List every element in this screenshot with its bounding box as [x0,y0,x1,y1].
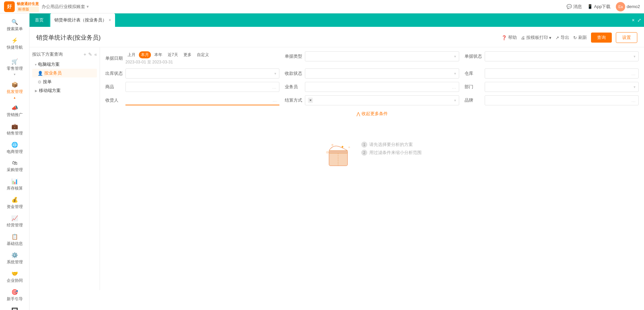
industry-selector[interactable]: 办公用品行业模拟账套 ▾ [42,4,89,10]
tip-num-1: 1 [361,142,367,148]
help-button[interactable]: ❓ 帮助 [501,35,517,41]
sidebar-item-label: 企业协同 [7,278,23,283]
receipt-status-field: 收款状态 ▾ [285,68,459,79]
purchase-icon: 🛍 [12,160,17,166]
download-icon: 📱 [587,4,593,9]
sidebar-item-label: 库存核算 [7,186,23,191]
brand-input[interactable]: … [485,95,639,105]
out-status-select[interactable]: ▾ [125,68,279,79]
sidebar-item-operation[interactable]: 📈 经营管理 [0,212,29,231]
settlement-label: 结算方式 [285,97,305,103]
dots-icon: … [631,98,636,103]
logo: 好 畅捷通好生意 标准版 [4,1,39,12]
sidebar-item-marketing[interactable]: 📣 营销推广 [0,102,29,120]
sidebar-item-newbie[interactable]: 🎯 新手引导 [0,286,29,305]
date-tab-last-month[interactable]: 上月 [125,51,138,58]
sidebar-item-ecommerce[interactable]: 🌐 电商管理 [0,139,29,157]
warehouse-input[interactable]: … [485,68,639,79]
chevron-down-icon: ▾ [634,85,636,89]
app-download-button[interactable]: 📱 App下载 [587,4,610,10]
receipt-status-select[interactable]: ▾ [305,68,459,79]
tree-group-mobile[interactable]: ▶ 移动端方案 [32,86,97,95]
sidebar-item-sales[interactable]: 💼 销售管理 [0,120,29,139]
collapse-arrow-icon: ⋀ [357,111,360,116]
add-scheme-button[interactable]: + [84,52,86,57]
search-icon: 🔍 [11,19,18,25]
salesperson-input[interactable]: … [305,82,459,92]
date-tab-custom[interactable]: 自定义 [195,51,211,58]
sidebar-item-wholesale[interactable]: 📦 批发管理 ▴ [0,79,29,102]
out-status-label: 出库状态 [105,70,125,76]
cooperation-icon: 🤝 [11,270,18,277]
settlement-select[interactable]: × ▾ [305,95,459,105]
user-avatar[interactable]: Ea demo2 [616,2,640,11]
message-button[interactable]: 💬 消息 [567,4,582,10]
settings-button[interactable]: 设置 [616,32,637,43]
consignee-input[interactable]: … [125,95,279,105]
doc-type-select[interactable]: ▾ [305,51,459,61]
expand-icon: ▴ [14,96,15,99]
inventory-icon: 📊 [11,178,18,185]
doc-type-label: 单据类型 [285,53,305,59]
date-tab-this-year[interactable]: 本年 [152,51,164,58]
out-status-field: 出库状态 ▾ [105,68,279,79]
date-tab-7days[interactable]: 近7天 [166,51,180,58]
tab-label: 销货单统计表（按业务员） [54,17,107,23]
print-button[interactable]: 🖨 按模板打印 ▾ [521,35,551,41]
sidebar-item-label: 采购管理 [7,167,23,173]
dept-select[interactable]: ▾ [485,82,639,92]
sidebar-item-retail[interactable]: 🛒 零售管理 ▾ [0,56,29,79]
export-button[interactable]: ↗ 导出 [555,35,569,41]
sidebar-item-inventory[interactable]: 📊 库存核算 [0,175,29,194]
query-button[interactable]: 查询 [591,33,612,43]
finance-icon: 💰 [11,197,18,203]
order-icon: ⚙ [38,80,42,85]
empty-tips: 1 请先选择要分析的方案 2 用过滤条件来缩小分析范围 [361,139,422,156]
goods-label: 商品 [105,84,125,90]
edit-scheme-button[interactable]: ✎ [88,52,92,57]
tab-maximize-button[interactable]: ⤢ [637,17,641,23]
date-tab-more[interactable]: 更多 [181,51,194,58]
warehouse-field: 仓库 … [465,68,639,79]
tree-item-by-salesperson[interactable]: 👤 按业务员 [32,69,97,78]
collapse-label: 收起更多条件 [362,111,388,117]
doc-status-select[interactable]: ▾ [485,51,639,61]
date-tab-this-month[interactable]: 本月 [139,51,151,58]
message-icon: 💬 [567,4,572,9]
tab-bar: 首页 销货单统计表（按业务员） × × ⤢ [30,13,644,27]
header-actions: ❓ 帮助 🖨 按模板打印 ▾ ↗ 导出 ↻ [501,32,637,43]
collapse-filter-button[interactable]: ⋀ 收起更多条件 [105,109,639,119]
sidebar-item-purchase[interactable]: 🛍 采购管理 [0,157,29,175]
tree-item-by-order[interactable]: ⚙ 按单 [32,78,97,86]
sidebar-item-cooperation[interactable]: 🤝 企业协同 [0,268,29,286]
marketing-icon: 📣 [11,105,18,111]
help-icon: ❓ [501,35,507,40]
left-panel-icons: + ✎ « [84,52,97,57]
goods-input[interactable]: … [125,82,279,92]
tab-home[interactable]: 首页 [30,13,49,27]
sidebar-item-appstore[interactable]: 🔲 应用中心 [0,305,29,310]
tip-text-2: 用过滤条件来缩小分析范围 [369,150,422,156]
logo-text: 畅捷通好生意 标准版 [17,1,39,12]
sidebar: 🔍 搜索菜单 ⚡ 快捷导航 🛒 零售管理 ▾ 📦 批发管理 ▴ 📣 营销推广 [0,13,30,310]
tab-close-all-button[interactable]: × [632,17,635,23]
sidebar-item-search[interactable]: 🔍 搜索菜单 [0,16,29,35]
sidebar-item-basic[interactable]: 📋 基础信息 [0,231,29,249]
tree-group-desktop[interactable]: ▾ 电脑端方案 [32,60,97,69]
sidebar-item-label: 快捷导航 [7,45,23,50]
basic-icon: 📋 [11,234,18,240]
sidebar-item-system[interactable]: ⚙️ 系统管理 [0,249,29,268]
date-field-group: 单据日期 上月 本月 本年 近7天 更多 自定义 [105,51,279,65]
system-icon: ⚙️ [11,252,18,258]
tab-close-button[interactable]: × [109,18,111,22]
refresh-button[interactable]: ↻ 刷新 [573,35,587,41]
avatar: Ea [616,2,625,11]
tab-active[interactable]: 销货单统计表（按业务员） × [50,13,115,27]
sidebar-item-finance[interactable]: 💰 资金管理 [0,194,29,212]
collapse-panel-button[interactable]: « [94,52,97,57]
sidebar-item-label: 批发管理 [7,89,23,95]
doc-status-label: 单据状态 [465,53,485,59]
salesperson-field: 业务员 … [285,82,459,92]
sidebar-item-shortcut[interactable]: ⚡ 快捷导航 [0,35,29,53]
dept-field: 部门 ▾ [465,82,639,92]
